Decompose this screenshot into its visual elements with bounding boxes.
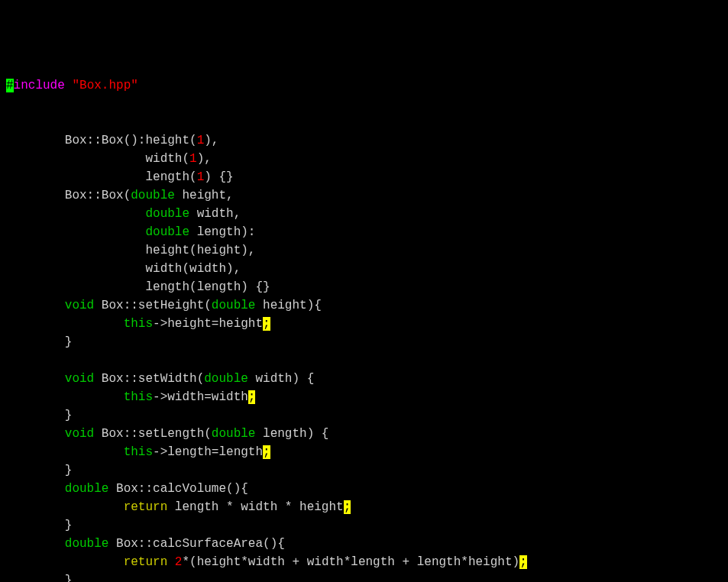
- code-text: }: [6, 409, 72, 422]
- code-text: Box::calcSurfaceArea(){: [108, 537, 284, 551]
- code-line: return 2*(height*width + width*length + …: [6, 553, 722, 571]
- code-text: }: [6, 464, 72, 477]
- code-text: width(width),: [6, 262, 241, 276]
- code-line: }: [6, 461, 722, 480]
- code-line: }: [6, 406, 722, 425]
- code-line: length(length) {}: [6, 278, 722, 296]
- code-text: width,: [189, 207, 241, 221]
- highlight-token: ;: [248, 390, 256, 404]
- code-text: ) {}: [204, 170, 233, 184]
- code-text: [6, 207, 145, 221]
- code-line: double Box::calcSurfaceArea(){: [6, 535, 722, 553]
- code-text: [6, 427, 65, 441]
- code-line: height(height),: [6, 241, 722, 260]
- code-line: width(1),: [6, 150, 722, 168]
- code-text: }: [6, 574, 72, 582]
- code-line: [6, 113, 722, 131]
- code-line: #include "Box.hpp": [6, 76, 722, 95]
- keyword-token: this: [124, 317, 153, 331]
- code-text: }: [6, 335, 72, 349]
- code-line: Box::Box():height(1),: [6, 131, 722, 150]
- preproc-token: include: [14, 79, 73, 92]
- code-line: this->width=width;: [6, 388, 722, 406]
- code-line: width(width),: [6, 260, 722, 278]
- type-token: double: [65, 482, 109, 496]
- code-line: [6, 351, 722, 370]
- code-line: [6, 95, 722, 113]
- code-line: length(1) {}: [6, 168, 722, 186]
- code-text: Box::Box():height(: [6, 134, 197, 147]
- code-text: }: [6, 519, 72, 532]
- code-line: }: [6, 516, 722, 535]
- code-text: Box::calcVolume(){: [108, 482, 248, 496]
- cursor: #: [6, 79, 14, 92]
- code-text: [6, 537, 65, 551]
- keyword-token: return: [124, 555, 168, 569]
- code-text: [6, 390, 124, 404]
- type-token: double: [65, 537, 109, 551]
- number-token: 1: [197, 134, 205, 147]
- code-text: Box::setHeight(: [94, 299, 212, 312]
- highlight-token: ;: [263, 445, 270, 459]
- code-line: double width,: [6, 205, 722, 223]
- code-text: length):: [189, 225, 255, 239]
- code-line: }: [6, 571, 722, 582]
- keyword-token: this: [124, 390, 153, 404]
- code-text: [6, 225, 145, 239]
- code-text: length(: [6, 170, 197, 184]
- number-token: 1: [197, 170, 205, 184]
- code-text: Box::Box(: [6, 189, 131, 202]
- code-line: Box::Box(double height,: [6, 186, 722, 205]
- type-token: void: [65, 427, 94, 441]
- code-text: length(length) {}: [6, 280, 270, 294]
- keyword-token: return: [124, 500, 168, 514]
- code-text: [6, 372, 65, 386]
- highlight-token: ;: [519, 555, 527, 569]
- code-line: this->height=height;: [6, 315, 722, 333]
- code-line: double length):: [6, 223, 722, 241]
- code-line: }: [6, 333, 722, 351]
- code-line: return length * width * height;: [6, 498, 722, 516]
- code-text: ),: [204, 134, 218, 147]
- code-text: [6, 555, 124, 569]
- type-token: void: [65, 299, 94, 312]
- code-text: height){: [255, 299, 321, 312]
- code-text: ),: [197, 152, 212, 166]
- number-token: 1: [189, 152, 197, 166]
- highlight-token: ;: [344, 500, 351, 514]
- code-editor[interactable]: #include "Box.hpp" Box::Box():height(1),…: [6, 76, 722, 582]
- code-text: [6, 317, 124, 331]
- code-text: ->height=height: [153, 317, 263, 331]
- code-text: Box::setLength(: [94, 427, 212, 441]
- type-token: void: [65, 372, 94, 386]
- type-token: double: [204, 372, 248, 386]
- type-token: double: [212, 427, 256, 441]
- code-text: length) {: [255, 427, 328, 441]
- code-text: width) {: [248, 372, 314, 386]
- type-token: double: [131, 189, 175, 202]
- code-text: width(: [6, 152, 189, 166]
- code-text: height(height),: [6, 244, 255, 257]
- code-text: Box::setWidth(: [94, 372, 204, 386]
- type-token: double: [145, 207, 189, 221]
- code-line: void Box::setHeight(double height){: [6, 296, 722, 315]
- code-text: [167, 555, 175, 569]
- code-text: *(height*width + width*length + length*h…: [182, 555, 519, 569]
- highlight-token: ;: [263, 317, 270, 331]
- code-line: void Box::setWidth(double width) {: [6, 370, 722, 388]
- code-text: length * width * height: [167, 500, 343, 514]
- keyword-token: this: [124, 445, 153, 459]
- number-token: 2: [175, 555, 183, 569]
- type-token: double: [212, 299, 256, 312]
- code-text: [6, 445, 124, 459]
- code-line: double Box::calcVolume(){: [6, 480, 722, 498]
- code-text: height,: [175, 189, 234, 202]
- code-text: [6, 500, 124, 514]
- code-text: [6, 299, 65, 312]
- code-text: [6, 482, 65, 496]
- code-text: ->length=length: [153, 445, 263, 459]
- type-token: double: [145, 225, 189, 239]
- code-line: void Box::setLength(double length) {: [6, 425, 722, 443]
- string-token: "Box.hpp": [72, 79, 138, 92]
- code-line: this->length=length;: [6, 443, 722, 461]
